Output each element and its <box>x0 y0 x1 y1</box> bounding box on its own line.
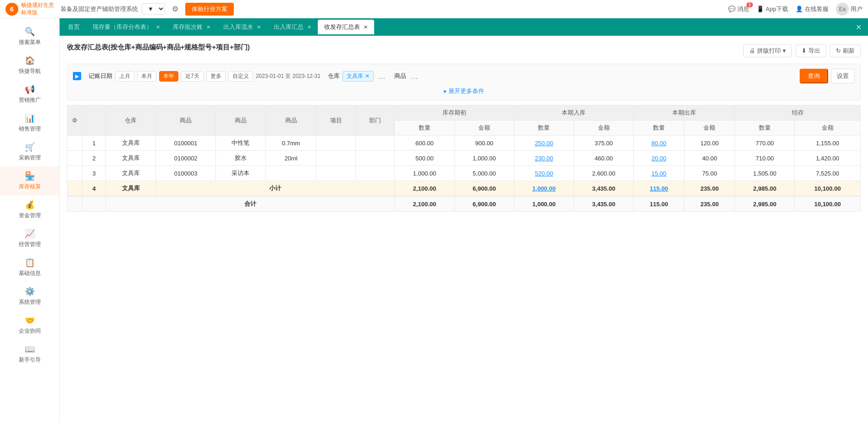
tab-inout-flow[interactable]: 出入库流水 ✕ <box>217 20 267 34</box>
tab-home[interactable]: 首页 <box>61 20 86 34</box>
warehouse-filter-section: 仓库 文具库 ✕ ... <box>328 71 387 82</box>
row-2-in-amt: 460.00 <box>574 151 633 166</box>
tab-close-inventory-dist[interactable]: ✕ <box>156 24 160 30</box>
date-btn-last-month[interactable]: 上月 <box>115 71 134 82</box>
row-3-open-amt: 5,000.00 <box>454 166 514 181</box>
total-open-qty: 2,100.00 <box>395 196 454 212</box>
tab-close-batch[interactable]: ✕ <box>206 24 210 30</box>
row-2-name: 胶水 <box>216 151 265 166</box>
total-out-amt: 235.00 <box>684 196 735 212</box>
sidebar-item-inventory[interactable]: 🏪 库存核算 <box>0 166 59 195</box>
date-btn-more[interactable]: 更多 <box>206 71 226 82</box>
subtotal-in-amt: 3,435.00 <box>574 181 633 197</box>
export-icon: ⬇ <box>802 47 807 54</box>
tab-close-inout-summary[interactable]: ✕ <box>307 24 311 30</box>
sidebar-item-purchase[interactable]: 🛒 采购管理 <box>0 137 59 166</box>
arrow-expand-btn[interactable]: ▶ <box>73 72 81 80</box>
table-total-row: 合计 2,100.00 6,900.00 1,000.00 3,435.00 1… <box>67 196 861 212</box>
row-3-code: 0100003 <box>156 166 216 181</box>
row-1-out-qty[interactable]: 80.00 <box>634 136 685 151</box>
refresh-button[interactable]: ↻ 刷新 <box>830 44 861 57</box>
gear-button[interactable]: ⚙ <box>169 3 182 16</box>
tab-bar-close-all[interactable]: ✕ <box>851 23 866 32</box>
sidebar-item-quick-nav[interactable]: 🏠 快捷导航 <box>0 51 59 80</box>
row-2-close-qty: 710.00 <box>735 151 795 166</box>
subtotal-out-qty[interactable]: 115.00 <box>634 181 685 197</box>
date-btn-7days[interactable]: 近7天 <box>181 71 204 82</box>
row-2-dept <box>355 151 394 166</box>
system-icon: ⚙️ <box>25 286 35 297</box>
data-table: ⚙ 仓库 商品 商品 商品 项目 部门 库存期初 本期入库 本期出库 <box>67 105 861 212</box>
system-name: 装备及固定资产辅助管理系统 <box>61 5 138 13</box>
row-1-in-qty[interactable]: 250.00 <box>514 136 574 151</box>
row-2-open-qty: 500.00 <box>395 151 454 166</box>
col-goods-code: 商品 <box>156 105 216 136</box>
sidebar-item-marketing[interactable]: 📢 营销推广 <box>0 80 59 109</box>
total-settings <box>67 196 83 212</box>
subtotal-no: 4 <box>83 181 106 197</box>
row-1-name: 中性笔 <box>216 136 265 151</box>
row-2-out-qty[interactable]: 20.00 <box>634 151 685 166</box>
warehouse-more-btn[interactable]: ... <box>376 71 387 81</box>
logo-text: 畅捷通好生意 标准版 <box>21 2 54 16</box>
tab-inout-summary[interactable]: 出入库汇总 ✕ <box>267 20 318 34</box>
sidebar-item-basic-info[interactable]: 📋 基础信息 <box>0 253 59 282</box>
row-1-settings <box>67 136 83 151</box>
tab-recv-send-summary[interactable]: 收发存汇总表 ✕ <box>318 20 374 34</box>
goods-filter-label: 商品 <box>394 72 406 80</box>
row-2-out-amt: 40.00 <box>684 151 735 166</box>
total-in-amt: 3,435.00 <box>574 196 633 212</box>
page-title: 收发存汇总表(按仓库+商品编码+商品+规格型号+项目+部门) <box>67 43 250 52</box>
app-download-button[interactable]: 📱 App下载 <box>757 5 788 13</box>
table-subtotal-row: 4 文具库 小计 2,100.00 6,900.00 1,000.00 3,43… <box>67 181 861 197</box>
goods-more-btn[interactable]: ... <box>409 71 420 81</box>
subtotal-in-qty[interactable]: 1,000.00 <box>514 181 574 197</box>
tab-inventory-dist[interactable]: 现存量（库存分布表） ✕ <box>86 20 166 34</box>
warehouse-tag-close[interactable]: ✕ <box>365 73 370 79</box>
date-range-display: 2023-01-01 至 2023-12-31 <box>256 72 321 80</box>
export-button[interactable]: ⬇ 导出 <box>796 44 826 57</box>
col-open-qty: 数量 <box>395 121 454 136</box>
row-2-in-qty[interactable]: 230.00 <box>514 151 574 166</box>
subtotal-open-amt: 6,900.00 <box>454 181 514 197</box>
online-service-button[interactable]: 👤 在线客服 <box>796 5 829 13</box>
row-3-in-qty[interactable]: 520.00 <box>514 166 574 181</box>
row-3-out-qty[interactable]: 15.00 <box>634 166 685 181</box>
query-button[interactable]: 查询 <box>800 69 828 83</box>
user-menu-button[interactable]: Ea 用户 <box>836 3 862 16</box>
print-button[interactable]: 🖨 拼版打印 ▾ <box>743 44 792 57</box>
system-selector[interactable]: ▼ <box>142 3 165 15</box>
experience-button[interactable]: 体验行业方案 <box>185 3 234 16</box>
page-inner: 收发存汇总表(按仓库+商品编码+商品+规格型号+项目+部门) 🖨 拼版打印 ▾ … <box>60 36 868 423</box>
expand-conditions-btn[interactable]: ▾ 展开更多条件 <box>443 87 484 95</box>
tab-batch[interactable]: 库存批次账 ✕ <box>166 20 217 34</box>
date-btn-this-year[interactable]: 本年 <box>159 71 178 82</box>
row-3-spec <box>265 166 316 181</box>
total-open-amt: 6,900.00 <box>454 196 514 212</box>
row-2-settings <box>67 151 83 166</box>
sidebar-item-enterprise[interactable]: 🤝 企业协同 <box>0 311 59 340</box>
total-in-qty: 1,000.00 <box>514 196 574 212</box>
date-btn-this-month[interactable]: 本月 <box>137 71 156 82</box>
col-settings[interactable]: ⚙ <box>67 105 83 136</box>
sidebar-item-operation[interactable]: 📈 经营管理 <box>0 224 59 253</box>
row-3-out-amt: 75.00 <box>684 166 735 181</box>
row-3-project <box>316 166 355 181</box>
user-avatar: Ea <box>836 3 849 16</box>
message-button[interactable]: 💬 消息 6 <box>728 5 749 13</box>
sidebar-item-sales[interactable]: 📊 销售管理 <box>0 109 59 137</box>
total-no <box>83 196 106 212</box>
total-close-amt: 10,100.00 <box>795 196 861 212</box>
row-3-no: 3 <box>83 166 106 181</box>
sidebar-item-system[interactable]: ⚙️ 系统管理 <box>0 282 59 311</box>
tab-close-inout-flow[interactable]: ✕ <box>257 24 261 30</box>
row-1-spec: 0.7mm <box>265 136 316 151</box>
sidebar-item-search[interactable]: 🔍 搜索菜单 <box>0 22 59 51</box>
sidebar-item-finance[interactable]: 💰 资金管理 <box>0 195 59 224</box>
top-bar-right: 💬 消息 6 📱 App下载 👤 在线客服 Ea 用户 <box>728 3 862 16</box>
filter-settings-btn[interactable]: 设置 <box>831 69 855 83</box>
sidebar-item-newbie[interactable]: 📖 新手引导 <box>0 340 59 368</box>
col-goods-name: 商品 <box>216 105 265 136</box>
tab-close-recv-send-summary[interactable]: ✕ <box>364 24 368 30</box>
date-btn-custom[interactable]: 自定义 <box>228 71 253 82</box>
